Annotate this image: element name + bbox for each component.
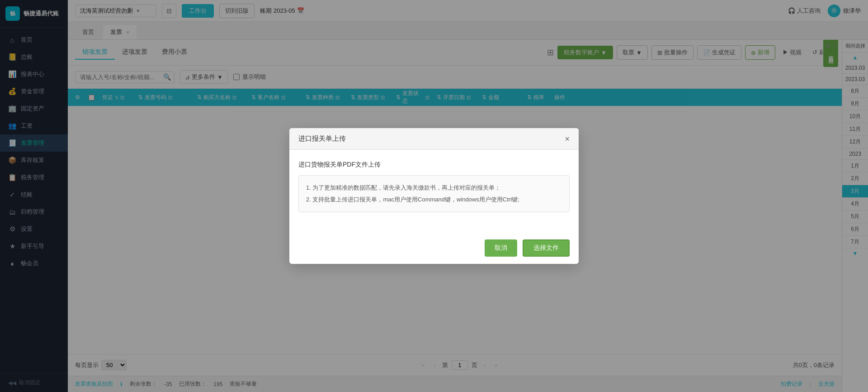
modal-body: 进口货物报关单PDF文件上传 1. 为了更加精准的数据匹配，请先录入海关缴款书，… [289, 150, 579, 232]
modal-overlay: 进口报关单上传 × 进口货物报关单PDF文件上传 1. 为了更加精准的数据匹配，… [0, 0, 868, 392]
import-customs-modal: 进口报关单上传 × 进口货物报关单PDF文件上传 1. 为了更加精准的数据匹配，… [289, 128, 579, 264]
modal-cancel-button[interactable]: 取消 [485, 239, 517, 257]
modal-select-file-button[interactable]: 选择文件 [523, 239, 570, 257]
modal-info-item-2: 2. 支持批量上传进口报关单，mac用户使用Command键，windows用户… [306, 194, 562, 206]
modal-title: 进口报关单上传 [298, 134, 346, 143]
modal-close-button[interactable]: × [565, 135, 570, 143]
modal-info-box: 1. 为了更加精准的数据匹配，请先录入海关缴款书，再上传对应的报关单； 2. 支… [298, 175, 570, 212]
modal-info-item-1: 1. 为了更加精准的数据匹配，请先录入海关缴款书，再上传对应的报关单； [306, 182, 562, 194]
modal-footer: 取消 选择文件 [289, 232, 579, 264]
modal-section-title: 进口货物报关单PDF文件上传 [298, 161, 570, 169]
modal-header: 进口报关单上传 × [289, 128, 579, 150]
